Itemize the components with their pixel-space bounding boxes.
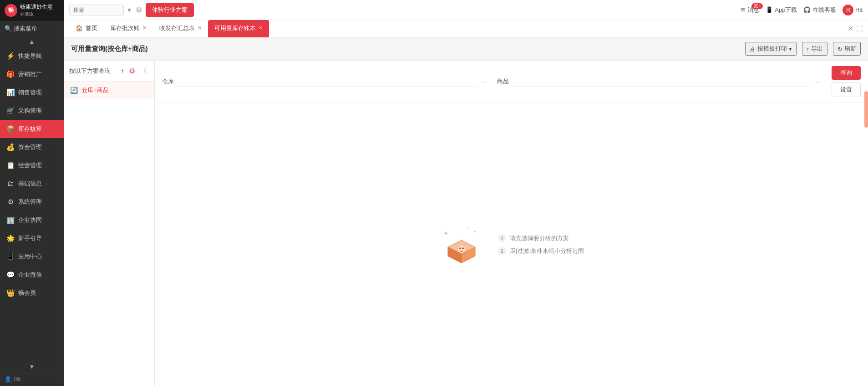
product-more-btn[interactable]: ··· [814, 78, 822, 85]
topbar: ▾ ⚙ 体验行业方案 ✉ 消息 99+ 📱 App下载 🎧 在线客服 R Rit [64, 0, 868, 20]
sidebar-item-label: 系统管理 [18, 198, 42, 206]
username-label: Rit [14, 376, 21, 382]
app-subtitle: 标准版 [20, 11, 53, 17]
sidebar-item-label: 经营管理 [18, 161, 42, 170]
topbar-left: ▾ ⚙ 体验行业方案 [69, 3, 737, 17]
tab-batch-ledger[interactable]: 库存批次账 ✕ [104, 20, 153, 37]
sidebar-item-system[interactable]: ⚙ 系统管理 [0, 193, 64, 211]
newbie-icon: 🌟 [6, 234, 15, 242]
filter-actions: ＋ ⚙ 《 [119, 65, 149, 77]
print-icon: 🖨 [750, 46, 756, 52]
topbar-search-input[interactable] [69, 5, 124, 15]
message-badge: 99+ [751, 3, 763, 9]
warehouse-more-btn[interactable]: ··· [479, 78, 488, 85]
wechat-icon: 💬 [6, 271, 15, 279]
sidebar-item-label: 资金管理 [18, 143, 42, 151]
sidebar-item-finance[interactable]: 💰 资金管理 [0, 138, 64, 156]
tab-available-ledger-close[interactable]: ✕ [259, 25, 263, 31]
warehouse-input[interactable] [177, 76, 477, 87]
phone-icon: 📱 [766, 6, 773, 13]
home-icon: 🏠 [76, 25, 83, 31]
tip-text-2: 用[过滤]条件来缩小分析范围 [510, 247, 584, 255]
sidebar-item-member[interactable]: 👑 畅会员 [0, 284, 64, 302]
app-title-group: 畅康通好生意 标准版 [20, 4, 53, 17]
message-btn[interactable]: ✉ 消息 99+ [741, 6, 759, 14]
page-header-actions: 🖨 按模板打印 ▾ ↑ 导出 ↻ 刷新 [745, 42, 861, 56]
app-title: 畅康通好生意 [20, 4, 53, 11]
app-download-btn[interactable]: 📱 App下载 [766, 6, 797, 14]
sidebar-item-label: 新手引导 [18, 234, 42, 242]
dropdown-btn[interactable]: ▾ [127, 5, 132, 15]
tabs-bar: 🏠 首页 库存批次账 ✕ 收发存汇总表 ✕ 可用量库存账本 ✕ ✕ ⛶ [64, 20, 868, 37]
settings-query-btn[interactable]: 设置 [832, 82, 861, 97]
industry-btn[interactable]: 体验行业方案 [146, 3, 194, 17]
sidebar-item-purchase[interactable]: 🛒 采购管理 [0, 102, 64, 120]
tab-in-out-summary-label: 收发存汇总表 [159, 24, 195, 32]
sidebar-item-marketing[interactable]: 🎁 营销推广 [0, 65, 64, 83]
sidebar-item-label: 采购管理 [18, 107, 42, 115]
filter-warehouse-product[interactable]: 🔄 仓库+商品 [64, 82, 154, 99]
product-input[interactable] [512, 76, 812, 87]
sidebar-item-enterprise[interactable]: 🏢 企业协同 [0, 211, 64, 229]
sidebar-item-operations[interactable]: 📋 经营管理 [0, 156, 64, 175]
sidebar-item-inventory[interactable]: 📦 库存核算 [0, 120, 64, 138]
print-dropdown-icon: ▾ [789, 46, 792, 52]
sidebar-item-label: 营销推广 [18, 70, 42, 78]
svg-text:✦: ✦ [473, 229, 477, 234]
search-icon: 🔍 [5, 25, 12, 32]
app-logo: 畅 [5, 4, 17, 17]
filter-settings-btn[interactable]: ⚙ [129, 65, 135, 77]
sales-icon: 📊 [6, 88, 15, 97]
search-menu[interactable]: 🔍 搜索菜单 [0, 21, 64, 36]
close-tab-btn[interactable]: ✕ [848, 24, 853, 33]
sidebar-item-app-center[interactable]: 📱 应用中心 [0, 247, 64, 266]
scroll-down-btn[interactable]: ▼ [0, 361, 64, 372]
product-label: 商品 [497, 77, 509, 86]
refresh-label: 刷新 [844, 45, 856, 53]
tip-item-2: 2 用[过滤]条件来缩小分析范围 [498, 247, 584, 255]
main-content: 仓库 ··· 商品 ··· 查询 设置 [155, 61, 868, 386]
export-icon: ↑ [807, 46, 810, 52]
sidebar-item-quick-nav[interactable]: ⚡ 快捷导航 [0, 47, 64, 65]
sidebar-item-wechat[interactable]: 💬 企业微信 [0, 266, 64, 284]
sidebar-item-newbie[interactable]: 🌟 新手引导 [0, 229, 64, 247]
user-icon: 👤 [5, 376, 11, 382]
tab-batch-ledger-close[interactable]: ✕ [142, 25, 147, 31]
product-field: 商品 ··· [497, 76, 823, 87]
warehouse-label: 仓库 [162, 77, 174, 86]
scroll-up-btn[interactable]: ▲ [0, 36, 64, 47]
tab-batch-ledger-label: 库存批次账 [110, 24, 140, 32]
tab-in-out-summary[interactable]: 收发存汇总表 ✕ [153, 20, 208, 37]
tab-home[interactable]: 🏠 首页 [69, 20, 104, 37]
sidebar-item-label: 畅会员 [18, 289, 36, 297]
main-area: ▾ ⚙ 体验行业方案 ✉ 消息 99+ 📱 App下载 🎧 在线客服 R Rit [64, 0, 868, 386]
settings-gear-btn[interactable]: ⚙ [135, 5, 143, 15]
enterprise-icon: 🏢 [6, 216, 15, 224]
tip-num-1: 1 [498, 234, 506, 242]
quick-nav-icon: ⚡ [6, 52, 15, 60]
export-btn[interactable]: ↑ 导出 [802, 42, 828, 56]
sidebar-item-label: 应用中心 [18, 252, 42, 261]
user-profile-btn[interactable]: R Rit [843, 5, 863, 15]
sidebar-item-sales[interactable]: 📊 销售管理 [0, 83, 64, 102]
filter-item-icon: 🔄 [70, 87, 78, 94]
online-service-btn[interactable]: 🎧 在线客服 [803, 6, 836, 14]
tab-available-ledger[interactable]: 可用量库存账本 ✕ [208, 20, 269, 37]
add-filter-btn[interactable]: ＋ [119, 65, 126, 77]
empty-box-svg: ✦ ✦ ✦ [439, 222, 484, 268]
expand-tab-btn[interactable]: ⛶ [856, 25, 863, 32]
refresh-btn[interactable]: ↻ 刷新 [833, 42, 861, 56]
topbar-username: Rit [855, 6, 863, 13]
sidebar-item-label: 基础信息 [18, 180, 42, 188]
collapse-panel-btn[interactable]: 《 [138, 65, 149, 77]
print-btn[interactable]: 🖨 按模板打印 ▾ [745, 42, 797, 56]
user-avatar: R [843, 5, 853, 15]
right-scrollbar[interactable] [864, 91, 868, 128]
query-btn[interactable]: 查询 [832, 66, 861, 80]
sidebar-user[interactable]: 👤 Rit [0, 372, 64, 386]
app-center-icon: 📱 [6, 252, 15, 261]
tab-in-out-summary-close[interactable]: ✕ [198, 25, 202, 31]
sidebar-item-base-info[interactable]: 🗂 基础信息 [0, 175, 64, 193]
topbar-right: ✉ 消息 99+ 📱 App下载 🎧 在线客服 R Rit [741, 5, 863, 15]
filter-item-label: 仓库+商品 [81, 86, 109, 94]
